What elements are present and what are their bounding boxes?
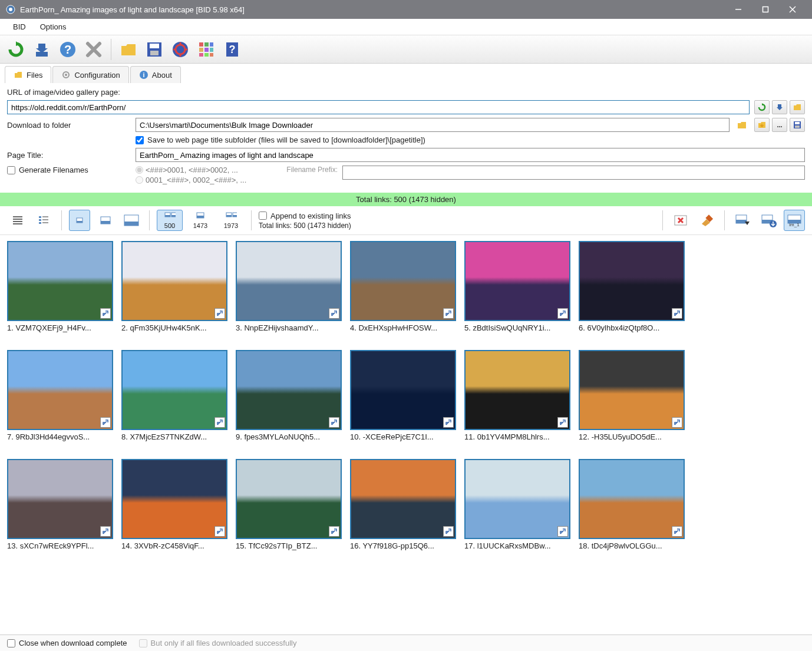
thumbnail-image[interactable] xyxy=(579,459,685,539)
view-thumb-small-button[interactable] xyxy=(69,210,90,231)
tab-files[interactable]: Files xyxy=(5,66,51,83)
append-links-checkbox[interactable] xyxy=(259,212,267,220)
thumbnail-item[interactable]: 1. VZM7QXEFj9_H4Fv... xyxy=(7,241,114,332)
link-badge-icon xyxy=(557,417,568,428)
menu-options[interactable]: Options xyxy=(33,20,74,34)
info-icon: i xyxy=(139,70,148,80)
thumbnail-image[interactable] xyxy=(236,241,342,321)
thumbnail-image[interactable] xyxy=(121,459,227,539)
remove-selected-button[interactable] xyxy=(670,210,691,231)
folder-browse-button[interactable]: ... xyxy=(772,118,787,132)
thumbnail-label: 18. tDc4jP8wlvOLGGu... xyxy=(579,541,686,550)
download-selected-button[interactable] xyxy=(758,210,779,231)
clear-button[interactable] xyxy=(696,210,717,231)
thumbnail-item[interactable]: 6. 6V0ylhbx4izQtpf8O... xyxy=(579,241,686,332)
thumbnail-image[interactable] xyxy=(464,459,570,539)
thumbnail-item[interactable]: 15. TfCc92s7TIp_BTZ... xyxy=(236,459,343,550)
link-badge-icon xyxy=(672,417,682,428)
view-thumb-medium-button[interactable] xyxy=(95,210,116,231)
save-button[interactable] xyxy=(143,38,166,61)
menu-bid[interactable]: BID xyxy=(6,20,33,34)
thumbnail-item[interactable]: 18. tDc4jP8wlvOLGGu... xyxy=(579,459,686,550)
thumbnail-item[interactable]: 12. -H35LU5yuDO5dE... xyxy=(579,350,686,441)
help-button[interactable]: ? xyxy=(57,38,79,61)
refresh-button[interactable] xyxy=(5,38,27,61)
page-title-input[interactable] xyxy=(136,148,805,162)
svg-rect-60 xyxy=(226,215,232,217)
thumbnail-image[interactable] xyxy=(121,350,227,430)
thumbnail-item[interactable]: 11. 0b1YV4MPM8Lhlrs... xyxy=(464,350,572,441)
thumbnail-image[interactable] xyxy=(579,241,685,321)
thumbnail-label: 1. VZM7QXEFj9_H4Fv... xyxy=(7,323,114,332)
thumbnail-item[interactable]: 8. X7MjcEzS7TNKZdW... xyxy=(121,350,229,441)
thumbnail-image[interactable] xyxy=(121,241,227,321)
thumbnail-image[interactable] xyxy=(464,350,570,430)
thumbnail-item[interactable]: 9. fpes3MYLAoNUQh5... xyxy=(236,350,343,441)
thumbnail-item[interactable]: 3. NnpEZHijvshaamdY... xyxy=(236,241,343,332)
thumbnail-image[interactable] xyxy=(236,459,342,539)
svg-rect-61 xyxy=(233,215,237,217)
maximize-button[interactable] xyxy=(752,0,779,19)
thumbnail-image[interactable] xyxy=(7,241,113,321)
generate-filenames-checkbox[interactable] xyxy=(7,166,15,174)
thumbnail-gallery[interactable]: 1. VZM7QXEFj9_H4Fv... 2. qFm35KjUHw4K5nK… xyxy=(0,235,812,635)
download-button[interactable] xyxy=(31,38,53,61)
thumbnail-item[interactable]: 5. zBdtIsiSwQUqNRY1i... xyxy=(464,241,572,332)
thumbnail-image[interactable] xyxy=(236,350,342,430)
save-subfolder-checkbox[interactable] xyxy=(136,136,144,144)
thumbnail-label: 16. YY7f918G-pp15Q6... xyxy=(350,541,457,550)
thumbnail-item[interactable]: 7. 9RbJl3Hd44egvvoS... xyxy=(7,350,114,441)
url-input[interactable] xyxy=(7,100,750,114)
rename-button[interactable]: im_1 xyxy=(784,210,805,231)
link-badge-icon xyxy=(443,308,454,319)
thumbnail-label: 5. zBdtIsiSwQUqNRY1i... xyxy=(464,323,572,332)
svg-rect-19 xyxy=(204,42,209,47)
delete-button[interactable] xyxy=(82,38,105,61)
thumbnail-image[interactable] xyxy=(464,241,570,321)
link-badge-icon xyxy=(329,308,339,319)
titlebar: EarthPorn_ Amazing images of light and l… xyxy=(0,0,812,19)
thumbnail-image[interactable] xyxy=(7,459,113,539)
thumbnail-label: 15. TfCc92s7TIp_BTZ... xyxy=(236,541,343,550)
thumbnail-item[interactable]: 13. sXCn7wREck9YPFl... xyxy=(7,459,114,550)
thumbnail-image[interactable] xyxy=(579,350,685,430)
thumbnail-label: 9. fpes3MYLAoNUQh5... xyxy=(236,432,343,441)
settings-button[interactable] xyxy=(169,38,192,61)
tab-about[interactable]: i About xyxy=(130,66,181,83)
svg-text:im_1: im_1 xyxy=(789,222,800,227)
thumbnail-item[interactable]: 2. qFm35KjUHw4K5nK... xyxy=(121,241,229,332)
folder-button[interactable] xyxy=(117,38,140,61)
url-download-button[interactable] xyxy=(772,100,787,114)
thumbnail-item[interactable]: 16. YY7f918G-pp15Q6... xyxy=(350,459,457,550)
browse-folder-icon[interactable] xyxy=(734,118,750,132)
thumbnail-image[interactable] xyxy=(350,241,456,321)
thumbnail-image[interactable] xyxy=(7,350,113,430)
grid-button[interactable] xyxy=(195,38,217,61)
count-total-button[interactable]: 1973 xyxy=(218,210,244,230)
folder-favorite-button[interactable] xyxy=(754,118,770,132)
link-badge-icon xyxy=(329,417,339,428)
folder-save-button[interactable] xyxy=(790,118,805,132)
close-button[interactable] xyxy=(779,0,806,19)
url-folder-button[interactable] xyxy=(790,100,805,114)
thumbnail-item[interactable]: 4. DxEHXspHwHFOSW... xyxy=(350,241,457,332)
thumbnail-image[interactable] xyxy=(350,350,456,430)
book-help-button[interactable]: ? xyxy=(221,38,243,61)
thumbnail-item[interactable]: 10. -XCEeRePjcE7C1I... xyxy=(350,350,457,441)
count-hidden-button[interactable]: 1473 xyxy=(187,210,213,230)
thumbnail-item[interactable]: 14. 3XVbR-zC458ViqF... xyxy=(121,459,229,550)
view-details-button[interactable] xyxy=(33,210,54,231)
thumbnail-image[interactable] xyxy=(350,459,456,539)
view-list-button[interactable] xyxy=(7,210,28,231)
app-icon xyxy=(6,5,15,14)
skip-button[interactable] xyxy=(732,210,753,231)
view-thumb-large-button[interactable] xyxy=(121,210,142,231)
minimize-button[interactable] xyxy=(725,0,752,19)
tab-configuration[interactable]: Configuration xyxy=(52,66,128,83)
svg-rect-23 xyxy=(210,48,213,52)
close-when-complete-checkbox[interactable] xyxy=(7,639,15,647)
thumbnail-item[interactable]: 17. l1UUCKaRxsMDBw... xyxy=(464,459,572,550)
folder-input[interactable] xyxy=(136,118,730,132)
count-filtered-button[interactable]: 500 xyxy=(157,210,183,231)
url-refresh-button[interactable] xyxy=(754,100,770,114)
